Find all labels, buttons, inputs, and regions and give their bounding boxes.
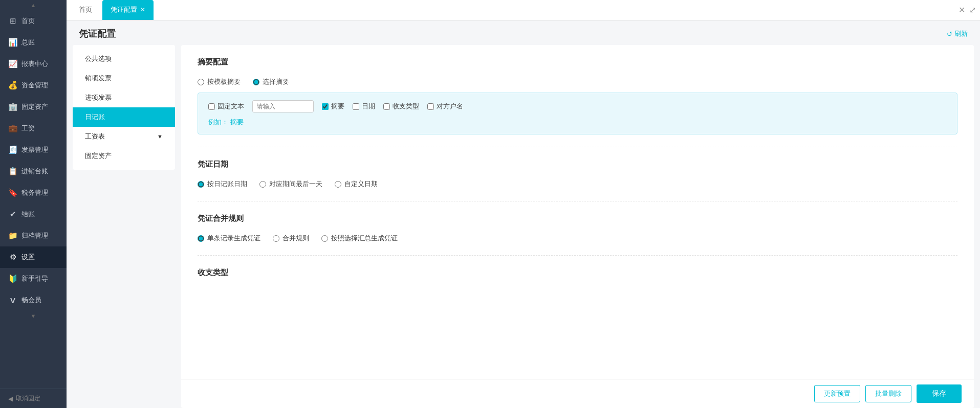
checkbox-summary-input[interactable] [322,103,329,110]
radio-journal-date-input[interactable] [198,181,204,188]
checkbox-income-type-label: 收支类型 [393,102,419,111]
radio-custom-date-input[interactable] [335,181,341,188]
radio-period-last-input[interactable] [259,181,266,188]
left-nav-item-public[interactable]: 公共选项 [73,49,175,69]
radio-journal-date[interactable]: 按日记账日期 [198,179,247,189]
sidebar-item-invoice-mgmt[interactable]: 🧾 发票管理 [0,139,67,161]
checkbox-date-input[interactable] [353,103,359,110]
radio-custom-date[interactable]: 自定义日期 [335,179,378,189]
checkbox-fixed-text[interactable]: 固定文本 [208,102,244,111]
tax-icon: 🔖 [8,188,17,197]
example-prefix: 例如： [208,118,228,126]
tab-voucher-config[interactable]: 凭证配置 ✕ [102,0,154,20]
radio-select-summary[interactable]: 选择摘要 [253,77,289,86]
tab-bar: 首页 凭证配置 ✕ ✕ ⤢ [67,0,980,20]
left-nav-label: 销项发票 [85,74,112,83]
page-title: 凭证配置 [79,28,116,40]
sidebar-item-label: 新手引导 [21,274,48,283]
checkbox-date-label: 日期 [362,102,375,111]
left-nav-item-purchase-invoice[interactable]: 进项发票 [73,88,175,107]
radio-template-input[interactable] [198,79,204,85]
radio-single-input[interactable] [198,235,204,242]
tab-active-label: 凭证配置 [111,5,137,14]
sidebar-item-funds[interactable]: 💰 资金管理 [0,75,67,96]
guide-icon: 🔰 [8,274,17,283]
right-content: 摘要配置 按模板摘要 选择摘要 固定文本 [181,45,974,408]
sidebar-scroll-up[interactable]: ▲ [0,0,67,10]
sidebar-item-vip[interactable]: V 畅会员 [0,289,67,311]
maximize-icon[interactable]: ⤢ [969,5,976,15]
sidebar-item-settlement[interactable]: ✔ 结账 [0,203,67,225]
left-nav-item-payroll-table[interactable]: 工资表 ▼ [73,127,175,146]
update-preview-button[interactable]: 更新预置 [814,385,860,402]
sidebar-item-label: 发票管理 [21,145,48,154]
sidebar-item-purchase-sales[interactable]: 📋 进销台账 [0,161,67,182]
checkbox-date[interactable]: 日期 [353,102,375,111]
sidebar-item-label: 设置 [21,253,35,262]
page-header: 凭证配置 ↺ 刷新 [67,20,980,45]
sidebar-item-label: 归档管理 [21,231,48,240]
merge-radio-group: 单条记录生成凭证 合并规则 按照选择汇总生成凭证 [198,234,957,243]
sidebar-scroll-down[interactable]: ▼ [0,311,67,321]
section-merge-title: 凭证合并规则 [198,214,957,223]
pin-icon: ◀ [8,395,13,402]
sidebar-item-label: 工资 [21,124,35,133]
section-income-type: 收支类型 [198,268,957,319]
radio-template-label: 按模板摘要 [207,77,241,86]
reports-icon: 📈 [8,59,17,69]
summary-example: 例如： 摘要 [208,118,947,127]
tab-home[interactable]: 首页 [71,0,100,20]
fixed-text-input[interactable] [252,100,314,112]
checkbox-counterparty[interactable]: 对方户名 [427,102,463,111]
fixed-assets-icon: 🏢 [8,102,17,111]
sidebar-item-guide[interactable]: 🔰 新手引导 [0,268,67,289]
left-nav-item-fixed-assets[interactable]: 固定资产 [73,146,175,166]
left-nav-label: 固定资产 [85,151,112,161]
radio-select-summary-input[interactable] [321,235,328,242]
sidebar-item-fixed-assets[interactable]: 🏢 固定资产 [0,96,67,118]
sidebar-item-ledger[interactable]: 📊 总账 [0,32,67,53]
radio-template-summary[interactable]: 按模板摘要 [198,77,241,86]
radio-period-last[interactable]: 对应期间最后一天 [259,179,322,189]
left-nav-label: 工资表 [85,132,105,141]
checkbox-summary-label: 摘要 [331,102,344,111]
sidebar-pin-toggle[interactable]: ◀ 取消固定 [0,389,67,408]
checkbox-options: 固定文本 摘要 日期 收支类型 [208,100,947,112]
sidebar-item-settings[interactable]: ⚙ 设置 [0,246,67,268]
sidebar-item-label: 畅会员 [21,296,41,305]
sidebar-item-tax[interactable]: 🔖 税务管理 [0,182,67,203]
section-date: 凭证日期 按日记账日期 对应期间最后一天 自定义日期 [198,160,957,201]
section-summary-title: 摘要配置 [198,57,957,67]
left-nav-item-journal[interactable]: 日记账 [73,107,175,127]
radio-select-summary[interactable]: 按照选择汇总生成凭证 [321,234,398,243]
checkbox-counterparty-input[interactable] [427,103,434,110]
checkbox-summary[interactable]: 摘要 [322,102,344,111]
tab-close-icon[interactable]: ✕ [140,6,145,13]
tab-home-label: 首页 [79,5,92,14]
radio-custom-date-label: 自定义日期 [344,179,378,189]
content-layout: 公共选项 销项发票 进项发票 日记账 工资表 ▼ 固定资产 摘要配置 [67,45,980,408]
sidebar-item-reports[interactable]: 📈 报表中心 [0,53,67,75]
batch-delete-button[interactable]: 批量删除 [865,385,911,402]
sidebar-item-label: 资金管理 [21,81,48,90]
checkbox-fixed-text-input[interactable] [208,103,215,110]
close-window-icon[interactable]: ✕ [959,5,965,15]
checkbox-income-type-input[interactable] [383,103,390,110]
radio-select-input[interactable] [253,79,259,85]
refresh-label: 刷新 [954,29,968,38]
sidebar-item-payroll[interactable]: 💼 工资 [0,118,67,139]
left-nav-item-sales-invoice[interactable]: 销项发票 [73,69,175,88]
radio-merge-rule[interactable]: 合并规则 [273,234,309,243]
invoice-mgmt-icon: 🧾 [8,145,17,154]
radio-single[interactable]: 单条记录生成凭证 [198,234,260,243]
radio-merge-rule-input[interactable] [273,235,279,242]
section-merge: 凭证合并规则 单条记录生成凭证 合并规则 按照选择汇总生成凭证 [198,214,957,256]
home-icon: ⊞ [8,16,17,26]
chevron-down-icon: ▼ [157,133,163,140]
checkbox-income-type[interactable]: 收支类型 [383,102,419,111]
sidebar-item-label: 总账 [21,38,35,47]
refresh-button[interactable]: ↺ 刷新 [947,29,968,38]
sidebar-item-archive[interactable]: 📁 归档管理 [0,225,67,246]
sidebar-item-home[interactable]: ⊞ 首页 [0,10,67,32]
save-button[interactable]: 保存 [917,384,962,403]
